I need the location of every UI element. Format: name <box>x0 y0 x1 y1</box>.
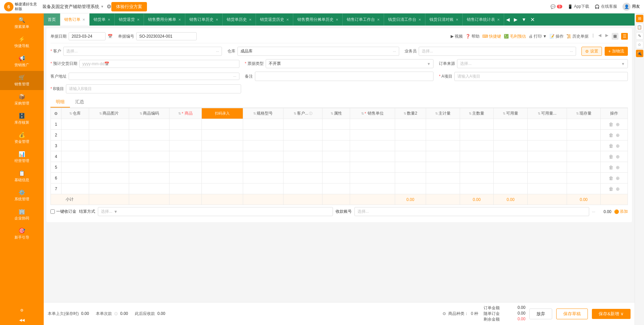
copy-icon[interactable]: ⊕ <box>616 143 620 149</box>
tab-close-all-btn[interactable]: ✕ <box>528 16 537 23</box>
sidebar-collapse-btn[interactable]: ◀◀ <box>0 315 44 325</box>
row-product-image[interactable] <box>89 119 129 130</box>
memo-input[interactable] <box>255 72 434 81</box>
message-btn[interactable]: 💬 9 <box>551 4 562 9</box>
tab-home[interactable]: 首页 <box>44 13 60 26</box>
right-panel-icon-2[interactable]: 📋 <box>636 24 643 31</box>
th-settings[interactable]: ⚙ <box>51 108 62 119</box>
tab-close-icon[interactable]: ✕ <box>418 18 421 22</box>
settings-action-btn[interactable]: ⚙ 设置 <box>581 47 602 56</box>
right-panel-icon-4[interactable]: ☆ <box>636 41 643 48</box>
sidebar-settings-btn[interactable]: ⚙ <box>0 306 44 315</box>
tab-sales-refund-history[interactable]: 销货退货历史 ✕ <box>256 13 293 26</box>
tab-close-icon[interactable]: ✕ <box>497 18 500 22</box>
tab-sales-order-workbench[interactable]: 销售订单工作台 ✕ <box>343 13 384 26</box>
tab-next-btn[interactable]: ▶ <box>512 17 520 22</box>
tab-sales-fee-split[interactable]: 销售费用分摊单 ✕ <box>144 13 185 26</box>
th-sort-icon[interactable]: ⇅ <box>435 112 438 115</box>
th-available[interactable]: ⇅可用量 <box>494 108 528 119</box>
add-payment-btn[interactable]: 🟠 添加 <box>614 209 628 214</box>
sidebar-item-basic-info[interactable]: 📋 基础信息 <box>0 167 44 186</box>
one-click-checkbox-input[interactable] <box>50 209 55 214</box>
th-attribute[interactable]: ⇅属性 <box>323 108 350 119</box>
row-main-unit[interactable] <box>426 119 460 130</box>
th-sort-icon[interactable]: ⇅ <box>404 112 406 115</box>
calendar-icon[interactable]: 📅 <box>108 34 113 39</box>
tab-menu-btn[interactable]: ▼ <box>520 17 528 22</box>
operation-btn[interactable]: 📝 操作 <box>550 33 564 40</box>
tab-sales-order[interactable]: 销售订单 ✕ <box>60 13 89 26</box>
th-sort-icon[interactable]: ⇅ <box>576 112 579 115</box>
th-product-image[interactable]: ⇅商品图片 <box>89 108 129 119</box>
warehouse-ellipsis-icon[interactable]: ··· <box>393 49 396 53</box>
save-new-button[interactable]: 保存&新增 ∨ <box>592 309 631 319</box>
row-qty2[interactable] <box>395 119 426 130</box>
customer-ellipsis-icon[interactable]: ··· <box>216 49 219 53</box>
copy-icon[interactable]: ⊕ <box>616 186 620 192</box>
sidebar-item-search[interactable]: 🔍 搜索菜单 <box>0 13 44 33</box>
tab-sales-return-history[interactable]: 销货单历史 ✕ <box>223 13 256 26</box>
discard-button[interactable]: 放弃 <box>529 309 552 319</box>
invoice-chevron-icon[interactable]: ▼ <box>427 62 430 66</box>
tab-reconcile[interactable]: 钱货日清对账 ✕ <box>425 13 463 26</box>
gear-icon[interactable]: ⚙ <box>107 3 111 10</box>
th-current-stock[interactable]: ⇅现存量 <box>567 108 601 119</box>
delete-icon[interactable]: 🗑 <box>609 186 613 192</box>
copy-icon[interactable]: ⊕ <box>616 132 620 138</box>
tab-close-icon[interactable]: ✕ <box>456 18 458 22</box>
nav-prev-icon[interactable]: ◀ <box>598 33 601 40</box>
view-btn[interactable]: ▶ 视频 <box>451 33 463 40</box>
th-sort-icon[interactable]: ⇅ <box>469 112 471 115</box>
th-available2[interactable]: ⇅可用量... <box>527 108 567 119</box>
tab-summary[interactable]: 汇总 <box>70 97 89 108</box>
row-main-qty[interactable] <box>460 119 494 130</box>
row-current-stock[interactable] <box>567 119 601 130</box>
system-name[interactable]: 装备及固定资产辅助管理系统 ▼ <box>42 4 104 10</box>
b-project-input[interactable]: 请输入B项目 <box>66 84 241 93</box>
warehouse-input[interactable]: 成品库 ··· <box>237 47 399 56</box>
order-no-input[interactable]: SO-20230324-001 <box>136 32 197 40</box>
delete-icon[interactable]: 🗑 <box>609 165 613 170</box>
tab-close-icon[interactable]: ✕ <box>377 18 380 22</box>
row-spec[interactable] <box>243 119 283 130</box>
order-source-chevron-icon[interactable]: ▼ <box>621 62 625 66</box>
one-click-checkbox[interactable]: 一键收订金 <box>50 209 76 214</box>
delete-icon[interactable]: 🗑 <box>609 122 613 127</box>
tab-sales-refund[interactable]: 销货退货 ✕ <box>115 13 144 26</box>
sidebar-item-purchase[interactable]: 📦 采购管理 <box>0 90 44 109</box>
tab-sales-order-history[interactable]: 销售订单历史 ✕ <box>185 13 223 26</box>
row-product-code[interactable] <box>129 119 169 130</box>
tab-close-icon[interactable]: ✕ <box>178 18 181 22</box>
th-customer-col[interactable]: ⇅客户...ⓘ <box>283 108 323 119</box>
row-sales-unit[interactable] <box>350 119 395 130</box>
row-available[interactable] <box>494 119 528 130</box>
th-sort-icon[interactable]: ⇅ <box>361 112 364 115</box>
copy-icon[interactable]: ⊕ <box>616 122 620 127</box>
sidebar-item-enterprise[interactable]: 🏢 企业协同 <box>0 205 44 224</box>
th-product-code[interactable]: ⇅商品编码 <box>129 108 169 119</box>
sidebar-item-operations[interactable]: 📊 经营管理 <box>0 148 44 167</box>
app-download-btn[interactable]: 📱 App下载 <box>568 4 589 9</box>
list-view-icon[interactable]: ☰ <box>621 33 628 40</box>
salesperson-ellipsis-icon[interactable]: ··· <box>570 49 573 53</box>
user-area[interactable]: 👤 用友 <box>622 3 640 11</box>
profit-btn[interactable]: 💹 毛利预估 <box>504 33 526 40</box>
online-support-btn[interactable]: 🎧 在线客服 <box>595 4 617 9</box>
th-spec[interactable]: ⇅规格型号 <box>243 108 283 119</box>
th-sort-icon[interactable]: ⇅ <box>253 112 256 115</box>
row-warehouse[interactable] <box>62 119 89 130</box>
sidebar-item-sales[interactable]: 🛒 销售管理 <box>0 71 44 90</box>
grid-view-icon[interactable]: ⊞ <box>612 33 618 40</box>
delivery-calendar-icon[interactable]: 📅 <box>104 62 109 66</box>
right-panel-icon-5[interactable]: 🔌 <box>636 50 643 57</box>
delete-icon[interactable]: 🗑 <box>609 143 613 149</box>
th-sort-icon[interactable]: ⇅ <box>178 112 181 115</box>
tab-close-icon[interactable]: ✕ <box>137 18 140 22</box>
delete-icon[interactable]: 🗑 <box>609 175 613 181</box>
right-panel-icon-3[interactable]: ✎ <box>636 32 643 40</box>
th-sort-icon[interactable]: ⇅ <box>331 112 333 115</box>
delete-icon[interactable]: 🗑 <box>609 132 613 138</box>
ellipsis-icon[interactable]: ··· <box>592 209 595 214</box>
tab-sales-return[interactable]: 销货单 ✕ <box>89 13 115 26</box>
add-logistics-btn[interactable]: + 加物流 <box>605 47 628 56</box>
